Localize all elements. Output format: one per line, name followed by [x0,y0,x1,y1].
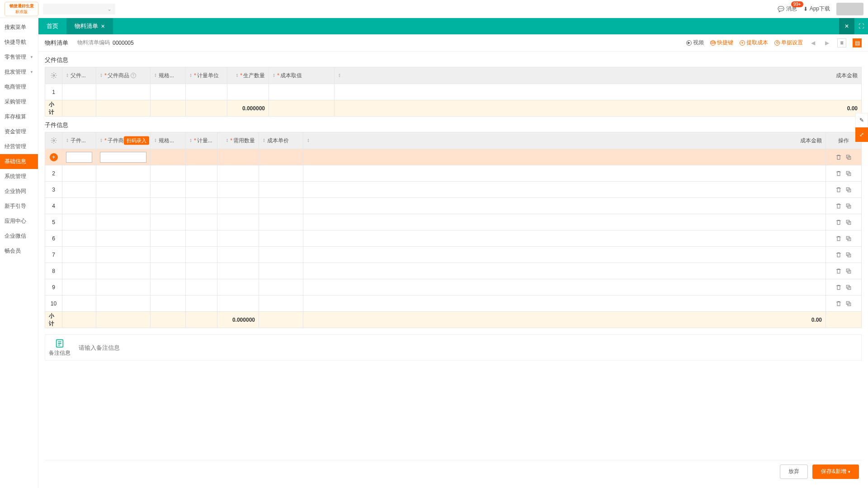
child-row[interactable]: 5 [45,214,861,230]
tab-bom[interactable]: 物料清单 ✕ [66,18,113,34]
help-icon[interactable]: ? [131,73,136,78]
save-and-new-button[interactable]: 保存&新增▾ [812,465,859,479]
sidebar-item[interactable]: 资金管理 [0,124,38,139]
sidebar-item[interactable]: 应用中心 [0,214,38,229]
remark-input[interactable] [74,335,861,360]
sidebar-item[interactable]: 库存核算 [0,109,38,124]
delete-icon[interactable] [835,252,842,258]
messages-badge: 99+ [791,1,803,7]
child-row[interactable]: 6 [45,230,861,246]
copy-icon[interactable] [845,300,852,307]
child-row[interactable]: 10 [45,295,861,311]
child-product-input[interactable] [100,152,146,163]
sidebar-item[interactable]: 系统管理 [0,169,38,184]
delete-icon[interactable] [835,235,842,242]
copy-icon[interactable] [845,170,852,177]
sidebar-item[interactable]: 采购管理 [0,94,38,109]
col-child-price[interactable]: ▲▼成本单价 [259,132,303,149]
delete-icon[interactable] [835,219,842,225]
close-icon[interactable]: ✕ [101,23,105,29]
sidebar-item[interactable]: 零售管理▼ [0,50,38,65]
copy-icon[interactable] [845,203,852,209]
copy-icon[interactable] [845,154,852,160]
child-row[interactable]: 8 [45,263,861,279]
remark-section: 备注信息 [45,334,862,361]
col-child-code[interactable]: ▲▼子件... [62,132,96,149]
child-code-input[interactable] [66,152,92,163]
sidebar-item[interactable]: 企业微信 [0,229,38,244]
hotkey-link[interactable]: ⌨快捷键 [710,39,733,47]
sidebar-item[interactable]: 电商管理 [0,80,38,94]
col-child-spec[interactable]: ▲▼规格... [151,132,186,149]
delete-icon[interactable] [835,170,842,177]
tab-close-button[interactable]: ✕ [839,18,854,34]
delete-icon[interactable] [835,300,842,307]
sidebar-item[interactable]: 基础信息 [0,154,38,169]
copy-icon[interactable] [845,252,852,258]
discard-button[interactable]: 放弃 [780,465,808,479]
org-switcher[interactable]: ⌄ [43,4,115,14]
col-parent-costsrc[interactable]: ▲▼*成本取值 [269,67,335,84]
copy-icon[interactable] [845,219,852,225]
view-form-button[interactable]: ▤ [853,38,862,47]
col-child-unit[interactable]: ▲▼*计量... [186,132,217,149]
sidebar-item[interactable]: 批发管理▼ [0,65,38,80]
delete-icon[interactable] [835,203,842,209]
col-parent-spec[interactable]: ▲▼规格... [151,67,186,84]
add-row-button[interactable]: + [45,149,62,165]
delete-icon[interactable] [835,187,842,193]
tab-expand-button[interactable]: ⛶ [854,18,868,34]
sidebar-item[interactable]: 搜索菜单 [0,20,38,35]
col-child-product[interactable]: ▲▼*子件商扫码录入 [96,132,151,149]
column-config-button[interactable] [45,132,62,149]
scan-input-button[interactable]: 扫码录入 [124,136,149,145]
copy-icon[interactable] [845,187,852,193]
sidebar-item[interactable]: 经营管理 [0,139,38,154]
video-link[interactable]: ▶视频 [686,39,704,47]
child-row[interactable]: 4 [45,197,861,214]
delete-icon[interactable] [835,284,842,291]
edit-rail-button[interactable]: ✎ [855,113,868,127]
expand-rail-button[interactable]: ⤢ [855,127,868,142]
tab-home[interactable]: 首页 [38,18,66,34]
col-parent-code[interactable]: ▲▼父件... [62,67,96,84]
chevron-down-icon: ▾ [848,469,850,474]
copy-icon[interactable] [845,235,852,242]
col-parent-qty[interactable]: ▲▼*生产数量 [227,67,269,84]
next-icon[interactable]: ▶ [823,40,831,46]
chevron-down-icon: ⌄ [107,6,112,12]
child-subtotal-row: 小计 0.000000 0.00 [45,311,861,328]
sidebar-item[interactable]: 新手引导 [0,199,38,214]
child-row[interactable]: 9 [45,279,861,295]
code-value: 0000005 [113,40,134,46]
chevron-down-icon: ▼ [30,55,33,59]
sidebar-item[interactable]: 畅会员 [0,244,38,258]
col-child-qty[interactable]: ▲▼*需用数量 [217,132,259,149]
child-row[interactable]: 2 [45,165,861,181]
sidebar-item[interactable]: 企业协同 [0,184,38,199]
prev-icon[interactable]: ◀ [809,40,817,46]
app-download-link[interactable]: ⬇ App下载 [803,5,830,13]
col-parent-product[interactable]: ▲▼*父件商品? [96,67,151,84]
avatar[interactable] [836,3,863,15]
child-row-active[interactable]: + [45,149,861,165]
parent-row[interactable]: 1 [45,84,861,100]
messages-link[interactable]: 💬 消息 99+ [778,5,797,13]
copy-icon[interactable] [845,284,852,291]
extract-cost-link[interactable]: ¥提取成本 [740,39,768,47]
delete-icon[interactable] [835,268,842,274]
copy-icon[interactable] [845,268,852,274]
sidebar-item[interactable]: 快捷导航 [0,35,38,50]
view-list-button[interactable]: ≡ [837,38,846,47]
delete-icon[interactable] [835,154,842,160]
col-child-amount[interactable]: ▲▼成本金额 [303,132,826,149]
chat-icon: 💬 [778,6,784,12]
footer: 放弃 保存&新增▾ [45,460,862,483]
col-parent-unit[interactable]: ▲▼*计量单位 [186,67,227,84]
doc-setting-link[interactable]: ⚙单据设置 [774,39,803,47]
child-row[interactable]: 3 [45,181,861,197]
child-row[interactable]: 7 [45,246,861,263]
col-parent-amount[interactable]: ▲▼成本金额 [335,67,861,84]
column-config-button[interactable] [45,67,62,84]
play-icon: ▶ [686,40,692,46]
